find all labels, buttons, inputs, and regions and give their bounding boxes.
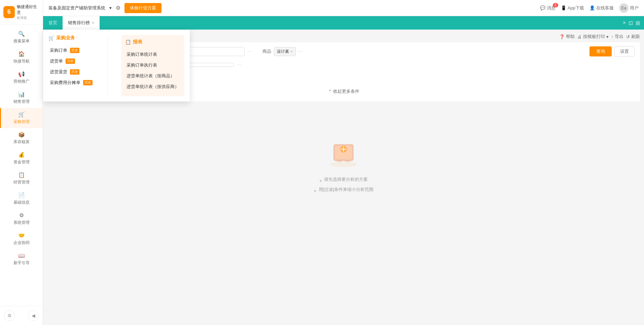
sidebar-item-guide[interactable]: 📖新手引导 (0, 249, 43, 269)
inventory-icon: 📦 (18, 131, 25, 138)
refresh-btn[interactable]: ↺ 刷新 (626, 34, 640, 40)
tab-restore-icon[interactable]: ⊡ (629, 20, 633, 26)
settings-bottom-btn[interactable]: ⚙ (4, 310, 15, 321)
sidebar-item-basic-info-label: 基础信息 (13, 200, 30, 205)
export-icon: ↑ (611, 34, 614, 39)
tab-close-all-icon[interactable]: × (623, 20, 626, 26)
active-indicator (0, 108, 1, 128)
purchase-order-label: 采购订单 (50, 47, 67, 53)
sidebar-item-sales[interactable]: 📊销售管理 (0, 88, 43, 108)
message-icon: 💬 (540, 5, 545, 10)
purchase-dropdown-menu: 🛒 采购业务 采购订单 历史 进货单 历史 进货退货 历史 采购费用分摊单 历史 (43, 30, 190, 101)
menu-incoming-return[interactable]: 进货退货 历史 (48, 67, 94, 77)
query-btn[interactable]: 查询 (589, 46, 612, 56)
purchase-reports-icon: 📋 (125, 39, 131, 45)
sidebar-item-search[interactable]: 🔍搜索菜单 (0, 27, 43, 47)
sidebar-item-capital[interactable]: 💰资金管理 (0, 148, 43, 168)
menu-incoming-order[interactable]: 进货单 历史 (48, 56, 94, 67)
salesman-dots[interactable]: ··· (237, 62, 241, 68)
refresh-label: 刷新 (631, 34, 640, 40)
user-avatar-text: Ea (621, 6, 627, 10)
menu-purchase-order[interactable]: 采购订单 历史 (48, 45, 94, 56)
system-dropdown[interactable]: ▾ (109, 5, 112, 10)
tab-sales-ranking[interactable]: 销售排行榜 × (63, 16, 100, 30)
sidebar-item-guide-label: 新手引导 (13, 260, 30, 266)
empty-line2: 用[过滤]条件来缩小分析范围 (319, 187, 373, 193)
export-btn[interactable]: ↑ 导出 (611, 34, 624, 40)
sidebar-nav: 🔍搜索菜单🏠快捷导航📢营销推广📊销售管理🛒采购管理📦库存核算💰资金管理📋经营管理… (0, 25, 43, 306)
logo-text: 畅捷通好生意 (17, 4, 39, 15)
tab-right-controls: × ⊡ ⊞ (623, 20, 644, 26)
basic-info-icon: 📄 (18, 192, 25, 198)
goods-tag-close[interactable]: × (290, 49, 292, 53)
sidebar: 6 畅捷通好生意 标准版 🔍搜索菜单🏠快捷导航📢营销推广📊销售管理🛒采购管理📦库… (0, 0, 43, 325)
user-label: 用户 (630, 5, 639, 11)
sidebar-item-system[interactable]: ⚙系统管理 (0, 209, 43, 229)
print-label: 按模板打印 (583, 34, 605, 40)
tab-bar: 首页 销售排行榜 × × ⊡ ⊞ (43, 16, 644, 30)
messages-btn[interactable]: 💬 消息 6 (540, 5, 556, 11)
menu-divider (107, 35, 108, 96)
sidebar-item-capital-label: 资金管理 (13, 159, 30, 165)
sidebar-item-purchase[interactable]: 🛒采购管理 (0, 108, 43, 128)
app-download-btn[interactable]: 📱 App下载 (561, 5, 584, 11)
capital-icon: 💰 (18, 152, 25, 158)
empty-illustration (323, 131, 364, 171)
user-avatar: Ea (619, 3, 629, 13)
sidebar-item-basic-info[interactable]: 📄基础信息 (0, 189, 43, 209)
sidebar-item-marketing[interactable]: 📢营销推广 (0, 68, 43, 88)
report-incoming-by-supplier-label: 进货单统计表（按供应商） (127, 84, 179, 90)
online-service-label: 在线客服 (596, 5, 614, 11)
menu-report-incoming-by-supplier[interactable]: 进货单统计表（按供应商） (125, 81, 180, 92)
sidebar-item-cooperation-label: 企业协同 (13, 240, 30, 246)
sidebar-item-operations-label: 经营管理 (13, 179, 30, 185)
app-download-label: App下载 (568, 5, 584, 11)
sidebar-item-operations[interactable]: 📋经营管理 (0, 168, 43, 189)
purchase-reports-column: 📋 报表 采购订单统计表 采购订单执行表 进货单统计表（按商品） 进货单统计表（… (121, 35, 184, 96)
empty-state: ● 请先选择要分析的方案 ● 用[过滤]条件来缩小分析范围 (47, 104, 640, 221)
status-dots[interactable]: ··· (247, 48, 252, 54)
svg-rect-7 (345, 160, 350, 162)
tab-fullscreen-icon[interactable]: ⊞ (636, 20, 640, 26)
system-title: 装备及固定资产辅助管理系统 (48, 5, 105, 11)
menu-report-order-stats[interactable]: 采购订单统计表 (125, 49, 180, 60)
sidebar-item-cooperation[interactable]: 🤝企业协同 (0, 229, 43, 249)
online-service-btn[interactable]: 👤 在线客服 (589, 5, 614, 11)
service-icon: 👤 (589, 5, 595, 10)
menu-purchase-expense[interactable]: 采购费用分摊单 历史 (48, 77, 94, 88)
collapse-sidebar-btn[interactable]: ◀ (28, 310, 39, 321)
tab-home[interactable]: 首页 (43, 16, 63, 30)
sidebar-item-inventory-label: 库存核算 (13, 139, 30, 145)
settings-btn[interactable]: 设置 (614, 46, 635, 56)
history-badge-2: 历史 (70, 69, 79, 75)
header-right: 💬 消息 6 📱 App下载 👤 在线客服 Ea 用户 (540, 3, 639, 13)
purchase-business-column: 🛒 采购业务 采购订单 历史 进货单 历史 进货退货 历史 采购费用分摊单 历史 (48, 35, 94, 96)
system-icon: ⚙ (19, 212, 24, 218)
empty-bullet-1: ● (319, 178, 322, 183)
goods-tag[interactable]: 设计素 × (274, 47, 295, 56)
sidebar-item-quick-nav[interactable]: 🏠快捷导航 (0, 47, 43, 68)
sidebar-bottom: ⚙ ◀ (0, 306, 43, 325)
empty-bullet-2: ● (314, 188, 316, 193)
help-btn[interactable]: ❓ 帮助 (559, 34, 575, 40)
purchase-business-icon: 🛒 (48, 35, 54, 41)
industry-btn[interactable]: 体验行业方案 (124, 3, 162, 13)
empty-line1: 请先选择要分析的方案 (324, 176, 368, 182)
goods-dots[interactable]: ··· (298, 48, 303, 54)
sidebar-item-system-label: 系统管理 (13, 220, 30, 226)
sidebar-item-inventory[interactable]: 📦库存核算 (0, 128, 43, 148)
collapse-label: 收起更多条件 (333, 88, 359, 94)
user-menu[interactable]: Ea 用户 (619, 3, 639, 13)
tab-close-icon[interactable]: × (92, 21, 94, 25)
print-btn[interactable]: 🖨 按模板打印 ▾ (577, 34, 609, 40)
header-settings-icon[interactable]: ⚙ (116, 5, 120, 11)
report-incoming-by-goods-label: 进货单统计表（按商品） (127, 73, 175, 79)
report-order-exec-label: 采购订单执行表 (127, 62, 157, 68)
help-label: 帮助 (566, 34, 575, 40)
collapse-icon: ⌃ (328, 89, 332, 94)
print-dropdown-icon[interactable]: ▾ (606, 34, 609, 39)
menu-report-incoming-by-goods[interactable]: 进货单统计表（按商品） (125, 71, 180, 81)
search-icon: 🔍 (18, 31, 25, 37)
menu-report-order-exec[interactable]: 采购订单执行表 (125, 60, 180, 71)
purchase-expense-label: 采购费用分摊单 (50, 80, 80, 86)
